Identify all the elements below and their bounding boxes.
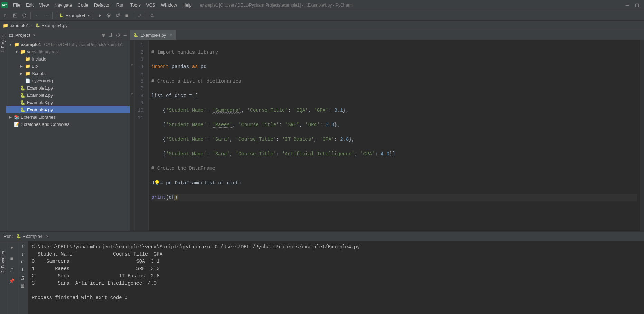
menu-tools[interactable]: Tools [127,1,143,9]
python-icon: 🐍 [16,234,21,239]
run-config-tab[interactable]: 🐍 Example4 × [16,234,48,239]
locate-button[interactable]: ⊕ [102,33,105,38]
svg-point-1 [108,15,110,17]
left-bottom-gutter: 2: Favorites [0,241,6,314]
tree-scratches[interactable]: ▶ 📝 Scratches and Consoles [6,121,130,128]
nav-forward-button[interactable]: → [42,11,50,20]
python-icon: 🐍 [59,13,63,17]
breadcrumb-project[interactable]: 📁 example1 [3,23,29,28]
menubar: PC File Edit View Navigate Code Refactor… [0,0,644,10]
stop-button[interactable] [123,11,131,20]
run-button[interactable] [96,11,104,20]
up-stack-button[interactable]: ↑ [21,243,24,249]
menu-navigate[interactable]: Navigate [51,1,75,9]
console-output[interactable]: C:\Users\DELL\PycharmProjects\example1\v… [28,241,644,314]
chevron-down-icon: ▼ [87,14,91,17]
soft-wrap-button[interactable]: ↩ [21,259,25,265]
fold-end-icon[interactable]: ⊟ [130,91,134,98]
search-everywhere-button[interactable] [148,11,157,20]
hide-button[interactable]: ─ [124,33,127,38]
clear-all-button[interactable]: 🗑 [20,283,25,288]
coverage-button[interactable] [114,11,122,20]
tree-venv[interactable]: ▼ 📁 venv library root [6,48,130,55]
sync-button[interactable] [20,11,28,20]
scroll-to-end-button[interactable]: ⤓ [21,267,25,273]
run-panel-header: Run: 🐍 Example4 × [0,232,644,241]
scratch-icon: 📝 [14,122,19,127]
project-panel-header: ▤ Project ▼ ⊕ ⇵ ⚙ ─ [6,30,130,40]
stop-button[interactable] [8,255,16,263]
code-editor[interactable]: ⊟ ⊟ 1 2 3 4 5 6 7 8 9 10 11 # Import pan… [130,40,644,231]
chevron-down-icon[interactable]: ▼ [32,34,36,37]
chevron-right-icon: 〉 [30,23,34,28]
main-toolbar: ← → 🐍 Example4 ▼ [0,10,644,21]
project-panel: ▤ Project ▼ ⊕ ⇵ ⚙ ─ ▼ 📁 example1 C:\User… [6,30,130,231]
menu-file[interactable]: File [10,1,23,9]
tree-scripts[interactable]: ▶ 📁 Scripts [6,70,130,77]
close-tab-button[interactable]: × [170,33,172,38]
menu-help[interactable]: Help [180,1,195,9]
code-content[interactable]: # Import pandas library import pandas as… [149,40,640,231]
left-tool-gutter: 1: Project [0,30,6,231]
svg-point-4 [151,14,153,16]
run-toolbar-primary: ⇵ 📌 [6,241,17,314]
close-run-tab-button[interactable]: × [46,234,49,239]
svg-rect-0 [13,14,17,17]
debug-button[interactable] [105,11,113,20]
tree-example2[interactable]: ▶ 🐍 Example2.py [6,92,130,99]
line-number-gutter: 1 2 3 4 5 6 7 8 9 10 11 [135,40,149,231]
tree-lib[interactable]: ▶ 📁 Lib [6,63,130,70]
svg-rect-3 [125,14,128,17]
menu-refactor[interactable]: Refactor [91,1,114,9]
layout-button[interactable]: ⇵ [8,266,16,274]
run-toolbar-secondary: ↑ ↓ ↩ ⤓ 🖨 🗑 [17,241,28,314]
menu-code[interactable]: Code [75,1,91,9]
folder-icon: 📁 [20,49,26,54]
python-file-icon: 🐍 [35,23,40,28]
tree-include[interactable]: ▶ 📁 Include [6,55,130,63]
minimize-button[interactable]: ─ [626,2,629,8]
run-panel: Run: 🐍 Example4 × 2: Favorites ⇵ 📌 ↑ ↓ ↩… [0,231,644,314]
collapse-all-button[interactable]: ⇵ [109,33,113,38]
menu-edit[interactable]: Edit [23,1,36,9]
settings-gear-icon[interactable]: ⚙ [116,33,120,38]
favorites-tool-tab[interactable]: 2: Favorites [1,248,6,276]
tree-root[interactable]: ▼ 📁 example1 C:\Users\DELL\PycharmProjec… [6,41,130,48]
nav-back-button[interactable]: ← [33,11,41,20]
editor-overview-ruler[interactable] [640,40,644,231]
tree-example3[interactable]: ▶ 🐍 Example3.py [6,99,130,106]
project-tool-tab[interactable]: 1: Project [1,33,6,56]
folder-icon: 📁 [25,56,30,62]
menu-vcs[interactable]: VCS [143,1,158,9]
svg-point-2 [118,13,120,15]
print-button[interactable]: 🖨 [20,275,25,280]
editor-column: 🐍 Example4.py × ⊟ ⊟ 1 2 3 4 5 6 7 8 [130,30,644,231]
tree-example4[interactable]: ▶ 🐍 Example4.py [6,106,130,113]
fold-gutter[interactable]: ⊟ ⊟ [130,40,135,231]
folder-icon: 📁 [25,64,30,69]
open-button[interactable] [2,11,10,20]
tree-example1[interactable]: ▶ 🐍 Example1.py [6,84,130,92]
editor-tab-example4[interactable]: 🐍 Example4.py × [130,30,176,40]
save-all-button[interactable] [11,11,19,20]
window-controls: ─ ▢ [626,2,643,8]
intention-bulb-icon[interactable]: 💡 [154,180,160,186]
tree-pyvenv[interactable]: ▶ 📄 pyvenv.cfg [6,77,130,84]
run-configuration-selector[interactable]: 🐍 Example4 ▼ [57,12,93,19]
project-tree[interactable]: ▼ 📁 example1 C:\Users\DELL\PycharmProjec… [6,40,130,231]
tree-external-libraries[interactable]: ▶ 📚 External Libraries [6,113,130,121]
settings-button[interactable] [135,11,144,20]
pin-button[interactable]: 📌 [8,277,16,285]
menu-view[interactable]: View [36,1,51,9]
run-config-name: Example4 [65,13,85,18]
breadcrumb-file[interactable]: 🐍 Example4.py [35,23,67,28]
app-icon: PC [1,2,8,8]
python-file-icon: 🐍 [20,93,26,98]
rerun-button[interactable] [8,243,16,252]
fold-toggle-icon[interactable]: ⊟ [130,62,134,69]
menu-window[interactable]: Window [158,1,180,9]
down-stack-button[interactable]: ↓ [21,251,24,257]
maximize-button[interactable]: ▢ [635,2,639,8]
menu-run[interactable]: Run [114,1,127,9]
folder-icon: 📁 [3,23,8,28]
